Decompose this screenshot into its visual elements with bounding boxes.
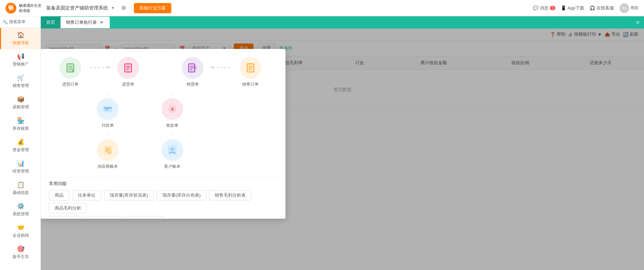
logo-area: 畅 畅康通好生意 标准版 (5, 3, 46, 14)
home-tab-label: 首页 (46, 19, 55, 25)
receipt-circle[interactable]: ¥ (161, 98, 183, 120)
sales-order-tab-label: 销售订单执行表 (66, 19, 97, 25)
message-action[interactable]: 💬 消息 5 (533, 5, 555, 11)
operations-icon: 📊 (17, 160, 24, 167)
svg-point-36 (171, 148, 174, 150)
arrow-down-purchase: ↓ (89, 90, 126, 95)
flow-item-supplier-ledger[interactable]: 账 供应商账本 (89, 139, 126, 169)
search-icon: 🔍 (3, 20, 8, 24)
flow-item-customer-ledger[interactable]: 客户账本 (154, 139, 191, 169)
sidebar-item-inventory[interactable]: 🏪 库存核算 (0, 113, 40, 135)
flow-item-sales-order[interactable]: 销售订单 (232, 57, 269, 87)
avatar: Ea (620, 3, 629, 13)
sidebar-item-enterprise[interactable]: 🤝 企业协同 (0, 220, 40, 242)
settings-icon[interactable]: ⚙ (119, 3, 128, 13)
func-btn-row-2: 销售排行榜 收款情况统计 付款情况统计 (49, 216, 277, 219)
payment-circle[interactable]: ¥ (97, 98, 119, 120)
sidebar-item-finance[interactable]: 💰 资金管理 (0, 135, 40, 156)
purchase-order-label: 进货订单 (62, 82, 79, 87)
content-area: 首页 销售订单执行表 ✕ ✕ ❓ 帮助 🖨 按模板打印 (41, 16, 644, 270)
sidebar-item-sales[interactable]: 🛒 销售管理 (0, 71, 40, 92)
message-icon: 💬 (533, 5, 538, 11)
sidebar-item-base-info[interactable]: 📋 基础信息 (0, 178, 40, 199)
flow-area: 进货订单 (41, 49, 285, 178)
user-name: 用友 (630, 5, 639, 11)
purchase-bill-circle[interactable] (117, 57, 139, 79)
func-btn-stock-status[interactable]: 现存量(库存状况表) (104, 190, 154, 200)
user-area[interactable]: Ea 用友 (620, 3, 639, 13)
sidebar-item-newbie[interactable]: 🎯 新手引导 (0, 242, 40, 263)
flow-item-purchase-order[interactable]: 进货订单 (52, 57, 89, 87)
flow-item-sales-bill[interactable]: 销货单 (174, 57, 211, 87)
arrow-down-sales: ↓ (154, 90, 191, 95)
func-btn-stock-dist[interactable]: 现存量(库存分布表) (157, 190, 207, 200)
online-service-action[interactable]: 🎧 在线客服 (590, 5, 614, 11)
app-download-action[interactable]: 📱 App下载 (561, 5, 584, 11)
tab-close-icon[interactable]: ✕ (99, 20, 104, 25)
base-info-icon: 📋 (17, 181, 24, 188)
func-btn-payment-stats[interactable]: 付款情况统计 (126, 216, 164, 219)
header-right: 💬 消息 5 📱 App下载 🎧 在线客服 Ea 用友 (533, 3, 639, 13)
modal-box: 进货订单 (41, 49, 285, 219)
flow-row-2: ¥ 付款单 ¥ (52, 98, 275, 128)
arrow-1 (89, 67, 109, 68)
trial-button[interactable]: 体验行业方案 (134, 3, 171, 13)
newbie-icon: 🎯 (17, 245, 24, 253)
payment-label: 付款单 (102, 123, 114, 128)
enterprise-icon: 🤝 (17, 224, 24, 231)
app-title-area: 装备及固定资产辅助管理系统 ▼ ⚙ 体验行业方案 (46, 3, 533, 13)
supplier-ledger-circle[interactable]: 账 (97, 139, 119, 161)
func-btn-sales-rank[interactable]: 销售排行榜 (49, 216, 83, 219)
finance-icon: 💰 (17, 138, 24, 146)
flow-row-3: 账 供应商账本 (52, 139, 275, 169)
logo-icon: 畅 (5, 3, 16, 14)
sidebar-item-purchase[interactable]: 📦 采购管理 (0, 92, 40, 113)
supplier-ledger-label: 供应商账本 (98, 164, 118, 169)
func-btn-product-profit[interactable]: 商品毛利分析 (49, 203, 87, 213)
sales-bill-circle[interactable] (182, 57, 204, 79)
common-func-area: 常用功能 商品 往来单位 现存量(库存状况表) 现存量(库存分布表) 销售毛利分… (41, 178, 285, 219)
flow-item-receipt[interactable]: ¥ 收款单 (154, 98, 191, 128)
flow-row-1: 进货订单 (52, 57, 275, 87)
system-icon: ⚙️ (17, 202, 24, 210)
flow-row-arrows2: ↓ ↓ (52, 131, 275, 137)
marketing-icon: 📢 (17, 53, 24, 60)
app-title-text: 装备及固定资产辅助管理系统 (46, 5, 108, 11)
arrow-2 (211, 67, 232, 68)
message-badge: 5 (550, 6, 555, 10)
quick-nav-icon: 🏠 (17, 31, 24, 39)
tab-sales-order-exec[interactable]: 销售订单执行表 ✕ (60, 17, 110, 28)
sales-icon: 🛒 (17, 74, 24, 82)
sidebar-item-operations[interactable]: 📊 经营管理 (0, 156, 40, 178)
download-icon: 📱 (561, 5, 566, 11)
sidebar-item-marketing[interactable]: 📢 营销推广 (0, 49, 40, 71)
customer-ledger-label: 客户账本 (164, 164, 180, 169)
flow-item-purchase-bill[interactable]: 进货单 (109, 57, 147, 87)
arrow-down-receipt: ↓ (154, 131, 191, 137)
func-btn-receipt-stats[interactable]: 收款情况统计 (85, 216, 123, 219)
customer-ledger-circle[interactable] (161, 139, 183, 161)
svg-text:账: 账 (108, 151, 111, 153)
top-header: 畅 畅康通好生意 标准版 装备及固定资产辅助管理系统 ▼ ⚙ 体验行业方案 💬 … (0, 0, 644, 16)
purchase-order-circle[interactable] (59, 57, 81, 79)
sidebar-search[interactable]: 🔍 搜索菜单 (0, 16, 40, 28)
sales-bill-label: 销货单 (187, 82, 199, 87)
flow-row-arrows: ↓ ↓ (52, 90, 275, 95)
sales-order-circle[interactable] (240, 57, 261, 79)
sales-order-label: 销售订单 (242, 82, 259, 87)
func-btn-partner[interactable]: 往来单位 (72, 190, 101, 200)
tab-bar-close-btn[interactable]: ✕ (631, 19, 644, 26)
arrow-down-payment: ↓ (89, 131, 126, 137)
flow-item-payment[interactable]: ¥ 付款单 (89, 98, 126, 128)
sidebar: 🔍 搜索菜单 🏠 快捷导航 📢 营销推广 🛒 销售管理 📦 采购管理 🏪 库存核… (0, 16, 41, 270)
func-btn-sales-profit-table[interactable]: 销售毛利分析表 (209, 190, 251, 200)
func-btn-product[interactable]: 商品 (49, 190, 69, 200)
sidebar-item-system[interactable]: ⚙️ 系统管理 (0, 199, 40, 220)
tab-home[interactable]: 首页 (41, 17, 60, 28)
modal-overlay: 进货订单 (41, 29, 644, 270)
dashed-line-2 (213, 67, 230, 68)
sidebar-item-quick-nav[interactable]: 🏠 快捷导航 (0, 28, 40, 49)
main-layout: 🔍 搜索菜单 🏠 快捷导航 📢 营销推广 🛒 销售管理 📦 采购管理 🏪 库存核… (0, 16, 644, 270)
dropdown-icon[interactable]: ▼ (111, 5, 116, 11)
tab-bar: 首页 销售订单执行表 ✕ ✕ (41, 16, 644, 29)
